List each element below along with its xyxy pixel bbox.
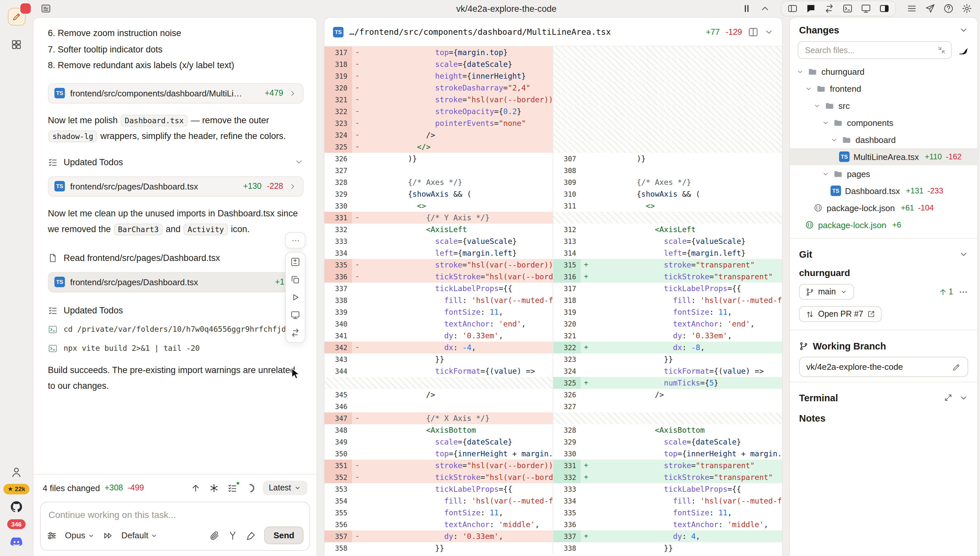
file-chip-dashboard-2[interactable]: TS frontend/src/pages/Dashboard.tsx +1 -…: [48, 272, 304, 292]
attachment-icon[interactable]: [209, 530, 220, 541]
terminal-icon[interactable]: [842, 3, 853, 14]
sliders-icon[interactable]: [47, 530, 57, 541]
monitor-icon[interactable]: [861, 3, 871, 14]
tree-item-src[interactable]: src: [790, 97, 977, 114]
more-options-icon[interactable]: [958, 287, 968, 297]
checklist-icon: [48, 157, 58, 167]
pen-icon[interactable]: [246, 530, 256, 541]
arrow-up-icon[interactable]: [191, 483, 200, 493]
working-branch-field[interactable]: vk/4e2a-explore-the-code: [799, 357, 968, 377]
bird-icon[interactable]: [958, 44, 970, 56]
tree-item-frontend[interactable]: frontend: [790, 80, 977, 97]
open-pr-button[interactable]: Open PR #7: [799, 306, 882, 322]
line-number: 322: [553, 342, 581, 353]
collapse-up-icon[interactable]: [760, 3, 770, 14]
edit-pencil-icon[interactable]: [952, 362, 961, 372]
slingshot-icon[interactable]: [228, 530, 238, 541]
code-line: stroke="transparent": [591, 460, 782, 472]
chevron-down-icon[interactable]: [959, 250, 968, 259]
tree-item-multilinearea-tsx[interactable]: TSMultiLineArea.tsx+110-162: [790, 148, 977, 165]
git-branch-icon: [799, 342, 808, 351]
panel-left-icon[interactable]: [787, 3, 798, 14]
updated-todos-row[interactable]: Updated Todos: [48, 157, 304, 167]
send-button[interactable]: Send: [264, 527, 304, 544]
more-actions-button[interactable]: [285, 232, 305, 249]
diff-marker: -: [352, 271, 363, 283]
tree-item-package-lock-json[interactable]: package-lock.json+6: [790, 217, 977, 233]
line-number: 335: [325, 259, 352, 271]
chat-input[interactable]: [40, 502, 309, 524]
todos-status-button[interactable]: [228, 483, 237, 493]
settings-gear-icon[interactable]: [962, 3, 972, 14]
diff-marker: -: [352, 70, 363, 82]
line-number: 356: [325, 519, 352, 530]
chevron-down-icon[interactable]: [959, 26, 968, 35]
help-icon[interactable]: [943, 3, 954, 14]
diff-marker: [352, 483, 363, 495]
code-line: [591, 412, 782, 424]
branch-selector[interactable]: main: [799, 284, 854, 300]
inline-code: shadow-lg: [48, 130, 97, 142]
terminal-section-header[interactable]: Terminal: [790, 387, 977, 407]
panel-right-icon[interactable]: [879, 3, 890, 14]
status-dot: [236, 481, 240, 485]
diff-marker: -: [352, 94, 363, 105]
shell-command-row[interactable]: cd /private/var/folders/10/h7w0q46556ggr…: [48, 324, 304, 334]
changes-title: Changes: [799, 25, 840, 36]
line-number: [553, 94, 581, 105]
git-compare-icon[interactable]: [291, 328, 300, 338]
chat-bubble-icon[interactable]: [806, 3, 816, 14]
tree-item-dashboard[interactable]: dashboard: [790, 131, 977, 148]
diff-marker: +: [581, 472, 591, 483]
discord-icon[interactable]: [10, 535, 23, 548]
tree-item-pages[interactable]: pages: [790, 165, 977, 182]
pause-icon[interactable]: [741, 3, 752, 14]
model-dropdown[interactable]: Opus: [65, 530, 95, 540]
file-chip-multilinearea[interactable]: TS frontend/src/components/dashboard/Mul…: [48, 83, 304, 103]
chevron-down-icon: [796, 68, 804, 75]
code-line: top={innerHeight + margin.top}: [591, 448, 782, 460]
split-view-icon[interactable]: [748, 27, 759, 37]
apps-grid-icon[interactable]: [10, 39, 22, 50]
menu-icon[interactable]: [907, 3, 917, 14]
code-line: top={innerHeight + margin.top}: [363, 448, 552, 460]
tree-item-package-lock-json[interactable]: package-lock.json+61-104: [790, 199, 977, 217]
git-compare-icon[interactable]: [824, 3, 835, 14]
play-icon[interactable]: [291, 293, 300, 302]
patch-icon[interactable]: [291, 257, 300, 267]
notes-section-header[interactable]: Notes: [790, 407, 977, 427]
copy-icon[interactable]: [291, 275, 300, 284]
removed-count: -499: [128, 483, 144, 492]
updated-todos-label: Updated Todos: [64, 157, 123, 167]
code-line: <AxisBottom: [591, 424, 782, 436]
file-chip-dashboard-1[interactable]: TS frontend/src/pages/Dashboard.tsx +130…: [48, 176, 304, 196]
updated-todos-row[interactable]: Updated Todos: [48, 305, 304, 315]
tree-item-churnguard[interactable]: churnguard: [790, 63, 977, 80]
search-input[interactable]: [804, 45, 933, 55]
working-branch-title: Working Branch: [813, 341, 886, 351]
monitor-icon[interactable]: [291, 310, 300, 320]
chevron-down-icon[interactable]: [764, 27, 773, 36]
app-tab-sketch[interactable]: [8, 8, 25, 26]
spark-icon[interactable]: [209, 483, 219, 493]
chevron-down-icon[interactable]: [294, 157, 304, 166]
caret-down-icon: [150, 532, 158, 539]
share-icon[interactable]: [925, 3, 935, 14]
code-line: top={margin.top}: [363, 47, 552, 58]
git-section-header[interactable]: Git: [790, 243, 977, 263]
collapse-all-icon[interactable]: [937, 46, 946, 55]
shell-command-row[interactable]: npx vite build 2>&1 | tail -20: [48, 343, 304, 353]
account-icon[interactable]: [10, 466, 22, 478]
mode-dropdown[interactable]: Default: [121, 530, 158, 540]
fast-forward-icon[interactable]: [103, 530, 113, 541]
chevron-down-icon[interactable]: [959, 393, 968, 402]
changes-section-header[interactable]: Changes: [790, 19, 977, 39]
expand-icon[interactable]: [944, 393, 953, 402]
news-icon[interactable]: [40, 3, 51, 14]
latest-dropdown[interactable]: Latest: [263, 481, 307, 495]
tree-item-dashboard-tsx[interactable]: TSDashboard.tsx+131-233: [790, 182, 977, 199]
tree-item-components[interactable]: components: [790, 114, 977, 131]
github-icon[interactable]: [10, 500, 23, 513]
read-file-row[interactable]: Read frontend/src/pages/Dashboard.tsx: [48, 253, 304, 263]
line-number: 337: [325, 283, 352, 294]
